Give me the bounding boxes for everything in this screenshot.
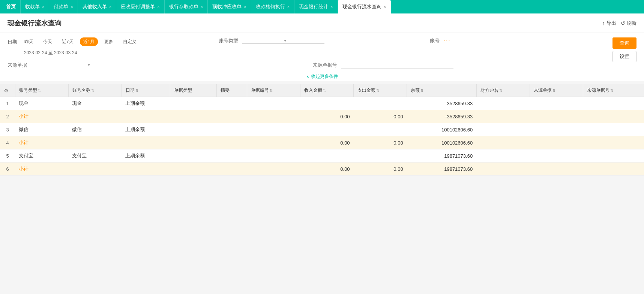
nav-cash-flow-close[interactable]: ×: [384, 4, 386, 9]
col-account-name[interactable]: 账号名称⇅: [68, 84, 122, 97]
cell-account-type: 小计: [15, 163, 68, 176]
sort-income-icon: ⇅: [323, 88, 326, 93]
cell-account-type: 支付宝: [15, 149, 68, 163]
source-doc-select[interactable]: ▼: [31, 62, 143, 68]
nav-item-cash-stat[interactable]: 现金银行统计 ×: [294, 0, 338, 13]
query-button[interactable]: 查询: [612, 37, 636, 49]
col-doc-no[interactable]: 单据编号⇅: [247, 84, 300, 97]
collapse-label: 收起更多条件: [311, 73, 338, 80]
sort-date-icon: ⇅: [135, 88, 138, 93]
account-type-select[interactable]: ▼: [242, 38, 324, 44]
refresh-button[interactable]: ↺ 刷新: [621, 20, 636, 27]
date-btn-custom[interactable]: 自定义: [120, 37, 140, 46]
gear-icon[interactable]: ⚙: [4, 88, 9, 94]
nav-item-bank-deposit[interactable]: 银行存取款单 ×: [165, 0, 208, 13]
col-income[interactable]: 收入金额⇅: [300, 84, 354, 97]
cell-counterpart: [476, 163, 530, 176]
account-ellipsis-button[interactable]: ···: [443, 37, 450, 44]
cell-counterpart: [476, 123, 530, 136]
cell-expense: [354, 149, 407, 163]
account-type-filter-row: 账号类型 ▼: [219, 37, 430, 44]
nav-item-cash-flow[interactable]: 现金银行流水查询 ×: [338, 0, 391, 13]
cell-date: 上期余额: [122, 97, 170, 110]
table-row: 1现金现金上期余额-3528659.33: [0, 97, 644, 110]
cell-balance: -3528659.33: [407, 97, 476, 110]
action-buttons: 查询 设置: [612, 37, 636, 62]
col-date[interactable]: 日期⇅: [122, 84, 170, 97]
cell-date: [122, 163, 170, 176]
cell-source-doc: [530, 97, 583, 110]
collapse-bar[interactable]: ∧ 收起更多条件: [8, 72, 636, 81]
cell-balance: -3528659.33: [407, 110, 476, 123]
source-doc-no-input[interactable]: [341, 61, 453, 69]
nav-writeoff-close[interactable]: ×: [287, 4, 290, 9]
date-btn-1month[interactable]: 近1月: [80, 37, 98, 46]
nav-other-income-close[interactable]: ×: [109, 4, 111, 9]
cell-doc-no: [247, 123, 300, 136]
sort-doc-no-icon: ⇅: [270, 88, 273, 93]
col-gear[interactable]: ⚙: [0, 84, 15, 97]
nav-ar-ap-label: 应收应付调整单: [121, 3, 155, 10]
date-btn-more[interactable]: 更多: [101, 37, 117, 46]
table-row: 4小计0.000.00100102606.60: [0, 136, 644, 149]
date-range-display: 2023-02-24 至 2023-03-24: [24, 50, 77, 55]
export-button[interactable]: ↑ 导出: [602, 20, 616, 27]
cell-summary: [217, 136, 247, 149]
account-type-label: 账号类型: [219, 37, 238, 44]
date-btn-7days[interactable]: 近7天: [59, 37, 77, 46]
cell-source-doc-no: [583, 110, 644, 123]
cell-source-doc-no: [583, 149, 644, 163]
col-source-doc[interactable]: 来源单据⇅: [530, 84, 583, 97]
nav-item-writeoff[interactable]: 收款核销执行 ×: [251, 0, 294, 13]
cell-summary: [217, 97, 247, 110]
nav-item-prepay[interactable]: 预收冲应收单 ×: [208, 0, 251, 13]
nav-ar-ap-close[interactable]: ×: [157, 4, 159, 9]
nav-item-home[interactable]: 首页: [2, 0, 21, 13]
cell-source-doc: [530, 149, 583, 163]
cell-index: 3: [0, 123, 15, 136]
nav-item-ar-ap-adjust[interactable]: 应收应付调整单 ×: [116, 0, 164, 13]
cell-income: [300, 123, 354, 136]
nav-bank-close[interactable]: ×: [201, 4, 203, 9]
col-counterpart[interactable]: 对方户名⇅: [476, 84, 530, 97]
cell-source-doc-no: [583, 136, 644, 149]
page-title: 现金银行流水查询: [8, 19, 62, 28]
date-btn-today[interactable]: 今天: [40, 37, 56, 46]
col-source-doc-no[interactable]: 来源单据号⇅: [583, 84, 644, 97]
date-btn-yesterday[interactable]: 昨天: [21, 37, 37, 46]
cell-summary: [217, 149, 247, 163]
nav-item-other-income[interactable]: 其他收入单 ×: [78, 0, 116, 13]
cell-account-name: [68, 163, 122, 176]
nav-cash-stat-close[interactable]: ×: [330, 4, 333, 9]
cell-counterpart: [476, 97, 530, 110]
col-expense[interactable]: 支出金额⇅: [354, 84, 407, 97]
cell-expense: 0.00: [354, 136, 407, 149]
settings-button[interactable]: 设置: [612, 51, 636, 62]
cell-source-doc: [530, 110, 583, 123]
cell-doc-type: [170, 149, 217, 163]
refresh-icon: ↺: [621, 20, 625, 26]
filter-top-row: 日期 昨天 今天 近7天 近1月 更多 自定义 2023-02-24 至 202…: [8, 37, 636, 60]
account-no-filter-row: 账号 ···: [430, 37, 599, 44]
nav-item-payment[interactable]: 付款单 ×: [49, 0, 78, 13]
nav-receipt-label: 收款单: [25, 3, 40, 10]
account-type-arrow-icon: ▼: [283, 39, 323, 43]
nav-prepay-close[interactable]: ×: [244, 4, 246, 9]
header-actions: ↑ 导出 ↺ 刷新: [602, 20, 636, 27]
cell-expense: [354, 123, 407, 136]
col-balance[interactable]: 余额⇅: [407, 84, 476, 97]
nav-item-receipt[interactable]: 收款单 ×: [21, 0, 49, 13]
filter-right-col: 账号 ···: [430, 37, 599, 48]
source-doc-filter-row: 来源单据 ▼ 来源单据号: [8, 61, 636, 69]
top-navigation: 首页 收款单 × 付款单 × 其他收入单 × 应收应付调整单 × 银行存取款单 …: [0, 0, 644, 13]
cell-date: [122, 136, 170, 149]
cell-summary: [217, 123, 247, 136]
export-icon: ↑: [602, 20, 605, 26]
col-account-type[interactable]: 账号类型⇅: [15, 84, 68, 97]
nav-cash-flow-label: 现金银行流水查询: [342, 3, 381, 10]
nav-payment-close[interactable]: ×: [71, 4, 73, 9]
source-doc-no-label: 来源单据号: [313, 62, 337, 69]
nav-receipt-close[interactable]: ×: [42, 4, 44, 9]
cell-balance: 100102606.60: [407, 136, 476, 149]
sort-account-name-icon: ⇅: [91, 88, 94, 93]
